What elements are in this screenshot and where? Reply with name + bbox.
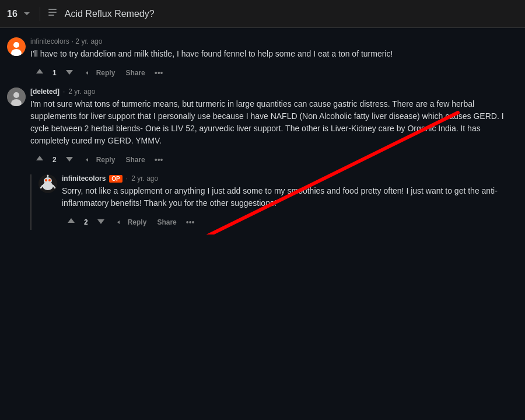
- separator-op: ·: [126, 174, 128, 183]
- comment-header-partial: infinitecolors · 2 yr. ago: [30, 37, 518, 46]
- upvote-icon-deleted: [35, 154, 44, 165]
- downvote-btn-partial[interactable]: [60, 65, 79, 80]
- upvote-btn-op[interactable]: [62, 214, 80, 230]
- svg-point-14: [45, 179, 47, 181]
- thread-area: infinitecolors · 2 yr. ago I'll have to …: [0, 28, 525, 235]
- comment-text-deleted: I'm not sure what tons of turmeric means…: [30, 98, 518, 147]
- time-op: 2 yr. ago: [131, 174, 158, 183]
- more-btn-partial[interactable]: •••: [151, 66, 167, 80]
- comment-body-op: infinitecolors OP · 2 yr. ago Sorry, not…: [62, 174, 525, 230]
- avatar-op: [38, 174, 57, 193]
- upvote-icon-partial: [35, 67, 44, 78]
- vote-count-deleted: 2: [50, 156, 59, 164]
- comment-deleted: [deleted] · 2 yr. ago I'm not sure what …: [0, 83, 525, 172]
- svg-rect-1: [48, 12, 57, 13]
- comment-header-op: infinitecolors OP · 2 yr. ago: [62, 174, 525, 183]
- reply-icon-op: [116, 216, 125, 228]
- author-partial: infinitecolors: [30, 37, 69, 46]
- time-partial: · 2 yr. ago: [72, 37, 103, 46]
- comment-actions-op: 2 Reply Share: [62, 214, 525, 230]
- header-vote-count: 16: [7, 9, 18, 19]
- comment-partial: infinitecolors · 2 yr. ago I'll have to …: [0, 33, 525, 80]
- time-deleted: 2 yr. ago: [68, 88, 95, 96]
- vote-count-partial: 1: [50, 69, 59, 77]
- svg-point-13: [44, 177, 52, 184]
- comment-actions-deleted: 2 Reply Share: [30, 152, 518, 167]
- comment-text-op: Sorry, not like a supplement or anything…: [62, 185, 525, 209]
- downvote-btn-op[interactable]: [92, 214, 110, 230]
- svg-rect-2: [48, 15, 54, 16]
- reply-btn-partial[interactable]: Reply: [80, 65, 120, 80]
- svg-point-15: [48, 179, 51, 181]
- reply-icon-deleted: [85, 154, 94, 165]
- upvote-btn-partial[interactable]: [30, 65, 49, 80]
- share-btn-op[interactable]: Share: [152, 216, 181, 229]
- more-btn-op[interactable]: •••: [183, 215, 198, 229]
- share-btn-deleted[interactable]: Share: [121, 153, 149, 166]
- header-title: Acid Reflux Remedy?: [65, 9, 155, 19]
- svg-point-9: [13, 92, 19, 98]
- post-icon: [47, 7, 58, 20]
- separator-deleted: ·: [63, 88, 65, 96]
- downvote-icon-deleted: [65, 154, 74, 165]
- avatar-partial: [7, 37, 26, 56]
- upvote-btn-deleted[interactable]: [30, 152, 49, 167]
- reply-btn-op[interactable]: Reply: [111, 214, 152, 230]
- downvote-icon-op: [96, 216, 106, 228]
- upvote-icon-op: [66, 216, 76, 228]
- app-container: 16 Acid Reflux Remedy?: [0, 0, 525, 235]
- more-btn-deleted[interactable]: •••: [151, 153, 167, 167]
- comment-op-reply: infinitecolors OP · 2 yr. ago Sorry, not…: [30, 174, 525, 230]
- avatar-deleted: [7, 88, 26, 106]
- share-btn-partial[interactable]: Share: [121, 66, 149, 79]
- header-divider: [40, 7, 40, 21]
- svg-rect-0: [48, 9, 57, 10]
- vote-count-op: 2: [82, 218, 90, 226]
- reply-icon-partial: [85, 67, 94, 78]
- op-badge: OP: [109, 175, 122, 183]
- svg-point-17: [47, 175, 49, 177]
- author-deleted: [deleted]: [30, 88, 60, 96]
- reply-btn-deleted[interactable]: Reply: [80, 152, 120, 167]
- downvote-btn-deleted[interactable]: [60, 152, 79, 167]
- comment-body-deleted: [deleted] · 2 yr. ago I'm not sure what …: [30, 88, 518, 167]
- header-vote: 16: [7, 8, 33, 20]
- header-downvote-icon[interactable]: [21, 8, 33, 20]
- comment-body-partial: infinitecolors · 2 yr. ago I'll have to …: [30, 37, 518, 80]
- comment-text-partial: I'll have to try dandelion and milk this…: [30, 48, 518, 60]
- svg-point-6: [13, 42, 19, 48]
- header-bar: 16 Acid Reflux Remedy?: [0, 0, 525, 28]
- comment-header-deleted: [deleted] · 2 yr. ago: [30, 88, 518, 96]
- comment-actions-partial: 1 Reply Share: [30, 65, 518, 80]
- author-op: infinitecolors: [62, 174, 106, 183]
- downvote-icon-partial: [65, 67, 74, 78]
